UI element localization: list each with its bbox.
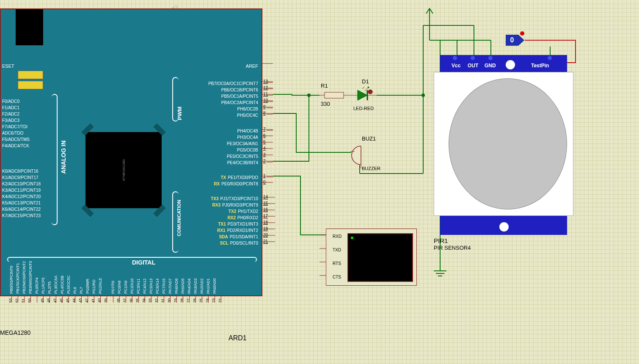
led-d1[interactable] — [351, 87, 381, 108]
left-analog-pin-list-2: K0/ADC8/PCINT16K1/ADC9/PCINT17K2/ADC10/P… — [2, 168, 41, 219]
arduino-board[interactable]: ESET ATMEGA1280 ANALOG IN PWM COMUNICATI… — [0, 8, 262, 296]
txrx-pin-list: TXPE1/TXD0/PDORXPE0/RXD0/PCINT8 — [214, 174, 258, 187]
pir-vcc-label: Vcc — [452, 63, 460, 69]
pir-testpin-label: TestPin — [531, 63, 549, 69]
left-analog-pin-list: F0/ADC0F1/ADC1F2/ADC2F3/ADC3F7/ADC7/TDIA… — [2, 98, 30, 149]
bottom-pin-list: PB0/SS/PCINT0PB1/SCK/PCINT1PB2/MOSI/PCIN… — [9, 260, 219, 294]
logic-state-input[interactable]: 0 — [506, 35, 518, 46]
analog-in-label: ANALOG IN — [60, 141, 67, 174]
arduino-ref: ARD1 — [229, 334, 247, 342]
mcu-chip: ATMEGA1280 — [85, 132, 162, 208]
terminal-pin-labels: RXD TXD RTS CTS — [333, 234, 342, 288]
mcu-footer-label: MEGA1280 — [0, 329, 30, 336]
virtual-terminal[interactable]: RXD TXD RTS CTS — [326, 229, 417, 286]
pir1-name: PIR SENSOR4 — [434, 245, 471, 251]
pir-bottom-dot — [499, 222, 509, 232]
d1-ref: D1 — [362, 78, 369, 85]
pir-sensor-dome — [449, 78, 567, 210]
svg-marker-59 — [358, 90, 367, 100]
svg-point-40 — [422, 94, 424, 97]
r1-ref: R1 — [321, 83, 328, 89]
mcu-chip-label: ATMEGA1280 — [122, 160, 126, 181]
pir-top-dot — [506, 60, 515, 69]
bottom-pin-numbers: 5352515049484746454443424140393837363534… — [8, 298, 224, 307]
comm-pin-numbers: 1415161718192021 — [263, 195, 268, 245]
comm-pin-list: TX3PJ1/TXD3/PCINT10RX3PJ0/RXD3/PCINT9TX2… — [211, 196, 258, 246]
d1-name: LED-RED — [353, 106, 374, 111]
black-chip-topleft — [16, 9, 43, 45]
mid-pin-numbers: 765432 — [263, 127, 266, 165]
yellow-jumpers — [18, 71, 43, 89]
pir-out-label: OUT — [468, 63, 478, 69]
resistor-r1[interactable] — [320, 90, 351, 100]
pir-gnd-label: GND — [485, 63, 496, 69]
svg-point-39 — [308, 94, 310, 97]
reset-label: ESET — [2, 63, 14, 69]
aref-label: AREF — [246, 63, 258, 69]
buz1-name: BUZZER — [362, 166, 380, 171]
svg-rect-56 — [325, 92, 344, 98]
pir1-ref: PIR1 — [434, 237, 448, 244]
pwm-pin-list: PB7/OC0A/OC1C/PCINT7PB6/OC1B/PCINT6PB5/O… — [208, 80, 258, 119]
r1-value: 330 — [321, 101, 330, 107]
txrx-pin-numbers: 10 — [263, 174, 266, 186]
pwm-pin-numbers: 1312111098 — [263, 79, 268, 117]
buz1-ref: BUZ1 — [362, 135, 376, 142]
svg-point-62 — [368, 90, 372, 94]
svg-line-63 — [362, 87, 366, 89]
logic-value: 0 — [510, 36, 514, 44]
terminal-screen — [347, 233, 413, 282]
digital-pin-list: PH4/OC4BPH3/OC4APE3/OC3A/AIN1PG5/OC0BPE5… — [227, 128, 258, 166]
logic-state-indicator — [520, 31, 524, 36]
